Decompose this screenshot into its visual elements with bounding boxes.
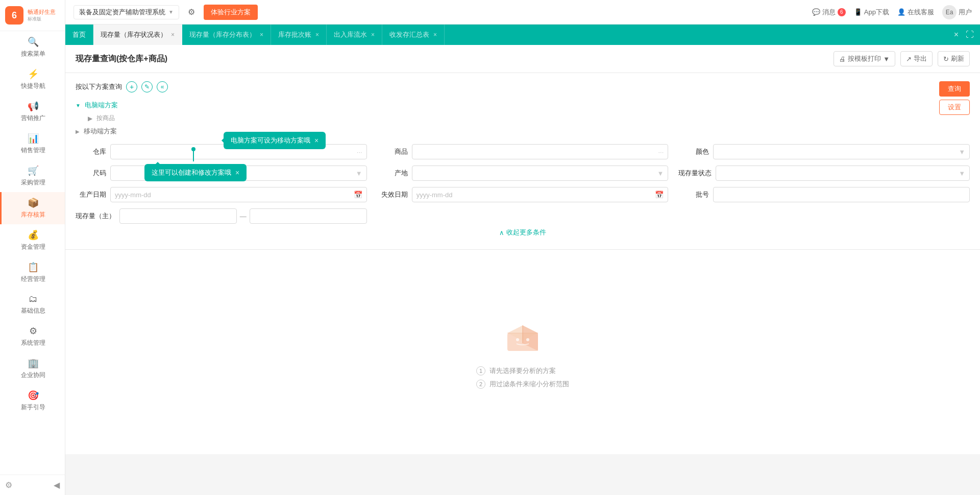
online-support-action[interactable]: 👤 在线客服 (897, 8, 934, 17)
tab-batch-account[interactable]: 库存批次账 × (271, 25, 327, 45)
collapse-bar[interactable]: ∧ 收起更多条件 (76, 224, 970, 241)
sidebar-item-label: 销售管理 (21, 146, 45, 155)
search-button[interactable]: 查询 (939, 81, 970, 97)
tab-inventory-status-close[interactable]: × (171, 31, 175, 38)
stock-status-select[interactable]: ▼ (716, 166, 970, 181)
tab-inventory-status[interactable]: 现存量（库存状况表） × (93, 25, 182, 45)
filter-label-text: 按以下方案查询 (76, 82, 122, 91)
tab-inventory-status-label: 现存量（库存状况表） (101, 30, 167, 39)
svg-point-6 (526, 338, 529, 341)
tab-batch-account-close[interactable]: × (315, 31, 319, 38)
sidebar-item-purchase[interactable]: 🛒 采购管理 (0, 160, 65, 192)
empty-tip-1: 1 请先选择要分析的方案 (476, 366, 569, 375)
refresh-button[interactable]: ↻ 刷新 (938, 51, 970, 66)
purchase-icon: 🛒 (28, 165, 39, 176)
empty-tip-1-text: 请先选择要分析的方案 (489, 366, 556, 375)
sidebar-item-guide[interactable]: 🎯 新手引导 (0, 385, 65, 417)
scheme-item-mobile[interactable]: ▶ 移动端方案 (76, 125, 970, 138)
scheme-item-pc[interactable]: ▼ 电脑端方案 (76, 99, 970, 112)
empty-tip-2-text: 用过滤条件来缩小分析范围 (489, 380, 569, 389)
print-label: 按模板打印 (848, 54, 881, 63)
system-selector[interactable]: 装备及固定资产辅助管理系统 ▼ (74, 5, 179, 19)
empty-tips: 1 请先选择要分析的方案 2 用过滤条件来缩小分析范围 (476, 366, 569, 389)
page-header: 现存量查询(按仓库+商品) 🖨 按模板打印 ▼ ↗ 导出 ↻ 刷新 (65, 45, 980, 73)
sidebar-nav: 🔍 搜索菜单 ⚡ 快捷导航 📢 营销推广 📊 销售管理 🛒 采购管理 📦 (0, 31, 65, 475)
prod-date-input[interactable]: yyyy-mm-dd 📅 (110, 187, 367, 202)
sidebar-item-quick[interactable]: ⚡ 快捷导航 (0, 63, 65, 96)
search-icon: 🔍 (28, 36, 39, 48)
app-download-action[interactable]: 📱 App下载 (854, 8, 889, 17)
support-icon: 👤 (897, 8, 905, 16)
sidebar-collapse-btn[interactable]: ◀ (54, 480, 60, 490)
tab-fullscreen-btn[interactable]: ⛶ (964, 29, 976, 40)
warehouse-dots: ··· (357, 148, 362, 156)
basic-icon: 🗂 (29, 294, 38, 304)
tab-inventory-dist-close[interactable]: × (260, 31, 263, 38)
reset-button[interactable]: 设置 (939, 100, 970, 115)
sidebar-settings-btn[interactable]: ⚙ (5, 480, 12, 490)
avatar: Ea (942, 5, 957, 19)
empty-illustration (497, 315, 548, 356)
message-icon: 💬 (812, 8, 820, 16)
sidebar-item-label: 基础信息 (21, 307, 45, 315)
dot-line (193, 151, 194, 161)
tooltip-bubble-1: 电脑方案可设为移动方案哦 × (224, 132, 326, 149)
exp-date-label: 失效日期 (377, 190, 408, 199)
filter-add-button[interactable]: + (126, 81, 137, 92)
sidebar-item-finance[interactable]: 💰 资金管理 (0, 224, 65, 256)
tab-inout-flow-close[interactable]: × (371, 31, 375, 38)
message-label: 消息 (822, 8, 836, 17)
tooltip-2-close[interactable]: × (235, 169, 239, 177)
message-action[interactable]: 💬 消息 6 (812, 8, 846, 17)
tooltip-bubble-2: 这里可以创建和修改方案哦 × (144, 164, 247, 181)
tab-inout-flow[interactable]: 出入库流水 × (327, 25, 382, 45)
sidebar-item-label: 快捷导航 (21, 82, 45, 90)
tab-inventory-dist[interactable]: 现存量（库存分布表） × (182, 25, 271, 45)
export-button[interactable]: ↗ 导出 (900, 51, 933, 66)
scheme-item-sub1[interactable]: ▶ 按商品 (76, 112, 970, 125)
filter-label-row: 按以下方案查询 + ✎ « (76, 81, 970, 92)
top-bar: 装备及固定资产辅助管理系统 ▼ ⚙ 体验行业方案 💬 消息 6 📱 App下载 … (65, 0, 980, 25)
origin-select[interactable]: ▼ (412, 166, 669, 181)
sidebar-item-operations[interactable]: 📋 经营管理 (0, 256, 65, 289)
sidebar-item-enterprise[interactable]: 🏢 企业协同 (0, 352, 65, 385)
filter-row-prod-date: 生产日期 yyyy-mm-dd 📅 (76, 187, 367, 202)
online-support-label: 在线客服 (908, 8, 934, 17)
sidebar-item-system[interactable]: ⚙ 系统管理 (0, 320, 65, 352)
product-select[interactable]: ··· (412, 144, 669, 159)
filter-edit-button[interactable]: ✎ (141, 81, 153, 92)
topbar-settings-btn[interactable]: ⚙ (183, 4, 200, 20)
collapse-label: 收起更多条件 (506, 228, 546, 237)
sidebar-item-marketing[interactable]: 📢 营销推广 (0, 96, 65, 128)
tab-home[interactable]: 首页 (65, 25, 93, 45)
tab-close-all-btn[interactable]: × (952, 29, 961, 40)
tip-num-2: 2 (476, 380, 485, 389)
tooltip-1-close[interactable]: × (314, 136, 318, 145)
tab-recv-summary[interactable]: 收发存汇总表 × (382, 25, 445, 45)
sidebar: 6 畅通好生意 标准版 🔍 搜索菜单 ⚡ 快捷导航 📢 营销推广 📊 销售管理 (0, 0, 65, 495)
sidebar-item-search[interactable]: 🔍 搜索菜单 (0, 31, 65, 63)
user-action[interactable]: Ea 用户 (942, 5, 972, 19)
sidebar-item-basic[interactable]: 🗂 基础信息 (0, 289, 65, 320)
tab-bar-actions: × ⛶ (948, 25, 980, 45)
color-select[interactable]: ▼ (713, 144, 970, 159)
sidebar-item-inventory[interactable]: 📦 库存核算 (0, 192, 65, 224)
stock-qty-to[interactable] (250, 208, 367, 224)
finance-icon: 💰 (28, 229, 39, 241)
exp-date-placeholder: yyyy-mm-dd (416, 191, 453, 199)
sidebar-item-sales[interactable]: 📊 销售管理 (0, 128, 65, 160)
export-icon: ↗ (906, 55, 912, 63)
filter-row-exp-date: 失效日期 yyyy-mm-dd 📅 (377, 187, 669, 202)
filter-arrow-button[interactable]: « (157, 81, 168, 92)
stock-status-arrow: ▼ (959, 170, 965, 177)
print-button[interactable]: 🖨 按模板打印 ▼ (834, 51, 895, 66)
tab-inventory-dist-label: 现存量（库存分布表） (189, 30, 256, 39)
trial-button[interactable]: 体验行业方案 (204, 5, 258, 20)
tab-recv-summary-close[interactable]: × (433, 31, 437, 38)
exp-date-calendar-icon: 📅 (655, 191, 664, 199)
batch-input[interactable] (713, 187, 970, 202)
stock-qty-from[interactable] (119, 208, 237, 224)
exp-date-input[interactable]: yyyy-mm-dd 📅 (412, 187, 669, 202)
sidebar-logo: 6 畅通好生意 标准版 (0, 0, 65, 31)
page-header-actions: 🖨 按模板打印 ▼ ↗ 导出 ↻ 刷新 (834, 51, 970, 66)
